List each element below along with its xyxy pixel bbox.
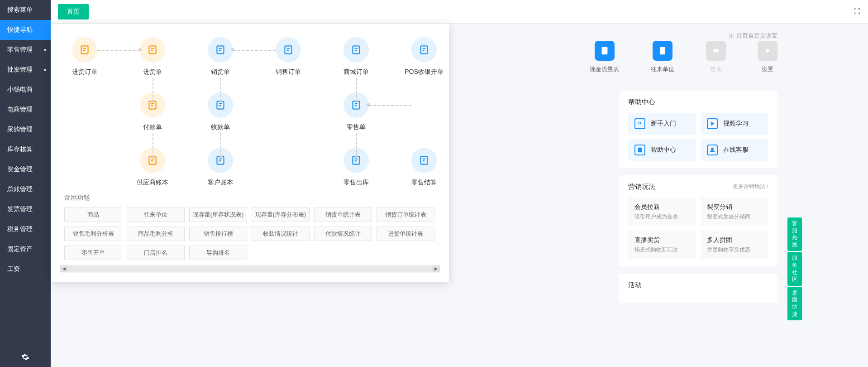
flow-node-1[interactable]: 进货单 <box>119 37 186 76</box>
help-label: 帮助中心 <box>651 146 676 154</box>
sidebar-item-wholesale[interactable]: 批发管理▾ <box>0 60 51 80</box>
sticky-community[interactable]: 服务社区 <box>787 252 802 285</box>
marketing-item-live[interactable]: 直播卖货 场景式购物新玩法 <box>628 231 696 259</box>
customize-label: 首页自定义设置 <box>736 32 777 40</box>
shortcut-cashflow[interactable]: 现金流量表 <box>590 41 619 73</box>
mkt-title: 多人拼团 <box>707 236 762 244</box>
tab-label: 首页 <box>67 8 80 15</box>
scroll-left-button[interactable]: ◀ <box>60 266 68 272</box>
gear-icon <box>728 33 734 39</box>
fn-btn-9[interactable]: 收款情况统计 <box>252 227 310 241</box>
flow-label: 进货订单 <box>51 68 119 76</box>
sidebar-item-quicknav[interactable]: 快捷导航 <box>0 20 51 40</box>
customize-home-link[interactable]: 首页自定义设置 <box>728 32 777 40</box>
scroll-right-button[interactable]: ▶ <box>432 266 440 272</box>
sidebar-item-salary[interactable]: 工资 <box>0 259 51 279</box>
flow-label: 销货单 <box>186 68 254 76</box>
sidebar-item-tax[interactable]: 税务管理 <box>0 219 51 239</box>
scroll-track[interactable] <box>68 266 432 272</box>
fn-btn-6[interactable]: 销售毛利分析表 <box>64 227 122 241</box>
play-icon <box>707 118 718 129</box>
sidebar: 搜索菜单 快捷导航 零售管理▾ 批发管理▾ 小畅电商 电商管理 采购管理 库存核… <box>0 0 51 367</box>
fn-btn-7[interactable]: 商品毛利分析 <box>127 227 185 241</box>
help-item-support[interactable]: 在线客服 <box>701 139 768 161</box>
mkt-sub: 场景式购物新玩法 <box>634 246 690 254</box>
sidebar-item-ledger[interactable]: 总账管理 <box>0 179 51 199</box>
help-item-video[interactable]: 视频学习 <box>701 113 768 135</box>
mkt-title: 直播卖货 <box>634 236 690 244</box>
flow-label: 商城订单 <box>322 68 390 76</box>
card-title: 营销玩法 更多营销玩法 › <box>628 183 768 191</box>
shortcut-label: 现金流量表 <box>590 65 619 73</box>
sidebar-label: 资金管理 <box>7 165 33 174</box>
document-icon <box>595 41 615 61</box>
marketing-item-group[interactable]: 多人拼团 拼团购物享受优惠 <box>701 231 768 259</box>
sidebar-item-assets[interactable]: 固定资产 <box>0 239 51 259</box>
common-fn-title: 常用功能 <box>64 194 435 202</box>
sticky-hotline[interactable]: 客服热线 <box>787 217 802 251</box>
sidebar-item-search[interactable]: 搜索菜单 <box>0 0 51 20</box>
settings-gear-button[interactable] <box>0 347 51 367</box>
mkt-sub: 吸引用户成为会员 <box>634 213 690 221</box>
fn-btn-11[interactable]: 进货单统计表 <box>377 227 434 241</box>
shortcut-partners[interactable]: 往来单位 <box>651 41 674 73</box>
help-item-center[interactable]: 帮助中心 <box>628 139 696 161</box>
svg-rect-1 <box>601 47 607 55</box>
fn-btn-0[interactable]: 商品 <box>64 208 122 222</box>
flow-label: 供应商账本 <box>119 179 186 187</box>
tab-home[interactable]: 首页 <box>58 4 89 19</box>
help-label: 视频学习 <box>723 120 749 128</box>
shortcut-label: 设置 <box>758 65 777 73</box>
flow-node-0[interactable]: 进货订单 <box>51 37 119 76</box>
fn-btn-8[interactable]: 销售排行榜 <box>189 227 247 241</box>
fn-btn-12[interactable]: 零售开单 <box>64 246 122 260</box>
flow-label: 销售订单 <box>254 68 322 76</box>
flow-node-2[interactable]: 销货单 <box>186 37 254 76</box>
document-icon <box>634 145 645 155</box>
sidebar-item-ecommerce[interactable]: 电商管理 <box>0 100 51 120</box>
mkt-title: 会员拉新 <box>634 203 690 211</box>
fn-btn-3[interactable]: 现存量(库存分布表) <box>252 208 310 222</box>
sidebar-item-invoice[interactable]: 发票管理 <box>0 199 51 219</box>
fn-btn-14[interactable]: 导购排名 <box>189 246 247 260</box>
flow-node-5[interactable]: POS收银开单 <box>390 37 458 76</box>
fn-btn-10[interactable]: 付款情况统计 <box>314 227 372 241</box>
flow-node-12[interactable]: 零售结算 <box>390 148 458 187</box>
sidebar-item-inventory[interactable]: 库存核算 <box>0 140 51 159</box>
flow-node-3[interactable]: 销售订单 <box>254 37 322 76</box>
mkt-title: 裂变分销 <box>707 203 762 211</box>
flyout-scrollbar[interactable]: ◀ ▶ <box>60 265 440 273</box>
shortcuts-row: 现金流量表 往来单位 暂无 设置 <box>590 41 777 73</box>
fn-btn-13[interactable]: 门店排名 <box>127 246 185 260</box>
sidebar-label: 搜索菜单 <box>7 6 33 14</box>
quicknav-flyout: 进货订单进货单销货单销售订单商城订单POS收银开单付款单收款单零售单供应商账本客… <box>51 24 449 282</box>
sidebar-label: 电商管理 <box>7 106 33 114</box>
fullscreen-icon[interactable] <box>854 7 861 14</box>
sidebar-item-funds[interactable]: 资金管理 <box>0 159 51 179</box>
svg-point-0 <box>730 35 732 37</box>
sidebar-label: 库存核算 <box>7 145 33 154</box>
flow-label: 进货单 <box>119 68 186 76</box>
shortcut-none[interactable]: 暂无 <box>706 41 726 73</box>
marketing-item-fission[interactable]: 裂变分销 裂变式发展分销商 <box>701 198 768 226</box>
sticky-desktop[interactable]: 桌面快捷 <box>787 287 802 320</box>
document-icon <box>208 37 233 63</box>
sidebar-item-xiaochange[interactable]: 小畅电商 <box>0 80 51 100</box>
sidebar-item-purchase[interactable]: 采购管理 <box>0 120 51 140</box>
chevron-down-icon: ▾ <box>44 68 46 72</box>
sidebar-label: 总账管理 <box>7 185 33 193</box>
fn-btn-2[interactable]: 现存量(库存状况表) <box>189 208 247 222</box>
help-item-beginner[interactable]: 新手入门 <box>628 113 696 135</box>
fn-btn-5[interactable]: 销货订单统计表 <box>377 208 434 222</box>
shortcut-label: 暂无 <box>706 65 726 73</box>
shortcut-settings[interactable]: 设置 <box>758 41 777 73</box>
fn-btn-4[interactable]: 销货单统计表 <box>314 208 372 222</box>
more-marketing-link[interactable]: 更多营销玩法 › <box>733 183 768 191</box>
sidebar-label: 固定资产 <box>7 245 33 253</box>
flow-node-4[interactable]: 商城订单 <box>322 37 390 76</box>
sticky-tabs: 客服热线 服务社区 桌面快捷 <box>787 217 802 320</box>
marketing-item-member[interactable]: 会员拉新 吸引用户成为会员 <box>628 198 696 226</box>
fn-btn-1[interactable]: 往来单位 <box>127 208 185 222</box>
sidebar-item-retail[interactable]: 零售管理▾ <box>0 40 51 60</box>
document-icon <box>72 37 97 63</box>
